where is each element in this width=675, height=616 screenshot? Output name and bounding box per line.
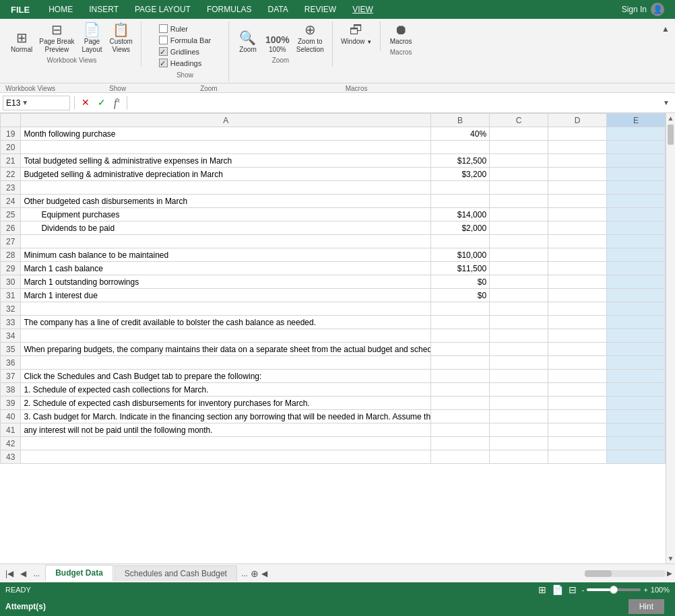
zoom-button[interactable]: 🔍 Zoom (234, 30, 261, 55)
cell-b[interactable]: 40% (431, 127, 490, 141)
cell-d[interactable] (548, 168, 607, 181)
cell-a[interactable]: Month following purchase (21, 127, 431, 141)
cell-b[interactable]: $0 (431, 289, 490, 302)
cell-b[interactable] (431, 450, 490, 464)
sign-in[interactable]: Sign In 👤 (611, 0, 675, 19)
cell-e[interactable] (607, 316, 666, 329)
page-layout-button[interactable]: 📄 Page Layout (79, 22, 106, 55)
cell-b[interactable] (431, 343, 490, 356)
h-scroll-track[interactable] (585, 570, 666, 577)
name-box-dropdown[interactable]: ▼ (22, 99, 28, 106)
cell-c[interactable] (490, 383, 548, 397)
cell-e[interactable] (607, 248, 666, 262)
cell-b[interactable] (431, 329, 490, 343)
cell-b[interactable] (431, 356, 490, 370)
cell-e[interactable] (607, 154, 666, 168)
cell-e[interactable] (607, 302, 666, 316)
row-number[interactable]: 19 (1, 127, 21, 141)
cell-c[interactable] (490, 181, 548, 195)
h-scroll-thumb[interactable] (585, 570, 612, 577)
cell-a[interactable]: Minimum cash balance to be maintained (21, 248, 431, 262)
confirm-formula-icon[interactable]: ✓ (95, 96, 108, 109)
ruler-checkbox-label[interactable]: Ruler (159, 24, 212, 33)
cell-d[interactable] (548, 370, 607, 383)
cell-c[interactable] (490, 423, 548, 437)
tab-add[interactable]: ⊕ (251, 568, 259, 579)
row-number[interactable]: 29 (1, 262, 21, 275)
tab-more[interactable]: ... (30, 568, 42, 580)
cell-c[interactable] (490, 316, 548, 329)
ruler-checkbox[interactable] (159, 24, 168, 33)
row-number[interactable]: 20 (1, 141, 21, 154)
row-number[interactable]: 24 (1, 195, 21, 208)
cell-c[interactable] (490, 208, 548, 221)
cell-d[interactable] (548, 437, 607, 450)
cell-a[interactable] (21, 302, 431, 316)
cell-e[interactable] (607, 262, 666, 275)
row-number[interactable]: 38 (1, 383, 21, 397)
cell-a[interactable]: 2. Schedule of expected cash disbursemen… (21, 397, 431, 410)
menu-formulas[interactable]: FORMULAS (199, 0, 260, 19)
zoom-control[interactable]: - + 100% (582, 586, 670, 594)
row-number[interactable]: 28 (1, 248, 21, 262)
custom-views-button[interactable]: 📋 Custom Views (107, 22, 135, 55)
menu-page-layout[interactable]: PAGE LAYOUT (127, 0, 199, 19)
cell-d[interactable] (548, 410, 607, 423)
cell-c[interactable] (490, 370, 548, 383)
insert-function-icon[interactable]: fx (111, 95, 123, 110)
cell-e[interactable] (607, 181, 666, 195)
cell-e[interactable] (607, 450, 666, 464)
cell-d[interactable] (548, 248, 607, 262)
cell-a[interactable]: March 1 interest due (21, 289, 431, 302)
row-number[interactable]: 37 (1, 370, 21, 383)
formula-expand-icon[interactable]: ▼ (663, 99, 670, 106)
cell-d[interactable] (548, 181, 607, 195)
scroll-down-arrow[interactable]: ▼ (666, 553, 675, 563)
cell-d[interactable] (548, 208, 607, 221)
menu-view[interactable]: VIEW (344, 0, 381, 19)
cell-d[interactable] (548, 221, 607, 235)
cell-e[interactable] (607, 221, 666, 235)
cell-b[interactable]: $3,200 (431, 168, 490, 181)
row-number[interactable]: 26 (1, 221, 21, 235)
cell-b[interactable] (431, 383, 490, 397)
menu-insert[interactable]: INSERT (81, 0, 127, 19)
cell-d[interactable] (548, 262, 607, 275)
cell-a[interactable]: 1. Schedule of expected cash collections… (21, 383, 431, 397)
cell-c[interactable] (490, 450, 548, 464)
row-number[interactable]: 21 (1, 154, 21, 168)
cancel-formula-icon[interactable]: ✕ (79, 96, 92, 109)
cell-c[interactable] (490, 262, 548, 275)
cell-b[interactable]: $11,500 (431, 262, 490, 275)
col-header-a[interactable]: A (21, 114, 431, 127)
macros-button[interactable]: ⏺ Macros (387, 22, 415, 47)
scroll-thumb[interactable] (668, 125, 674, 145)
cell-a[interactable]: any interest will not be paid until the … (21, 423, 431, 437)
name-box[interactable]: E13 ▼ (3, 96, 70, 110)
cell-a[interactable]: March 1 outstanding borrowings (21, 275, 431, 289)
cell-e[interactable] (607, 370, 666, 383)
cell-d[interactable] (548, 275, 607, 289)
tab-first-arrow[interactable]: |◀ (3, 568, 16, 580)
page-break-preview-button[interactable]: ⊟ Page Break Preview (36, 22, 77, 55)
cell-c[interactable] (490, 343, 548, 356)
cell-d[interactable] (548, 127, 607, 141)
scroll-track[interactable] (666, 123, 675, 553)
cell-b[interactable]: $2,000 (431, 221, 490, 235)
cell-c[interactable] (490, 168, 548, 181)
row-number[interactable]: 40 (1, 410, 21, 423)
col-header-b[interactable]: B (431, 114, 490, 127)
cell-b[interactable] (431, 181, 490, 195)
cell-a[interactable] (21, 181, 431, 195)
cell-d[interactable] (548, 302, 607, 316)
cell-b[interactable] (431, 370, 490, 383)
cell-e[interactable] (607, 343, 666, 356)
cell-d[interactable] (548, 397, 607, 410)
cell-b[interactable] (431, 195, 490, 208)
cell-a[interactable]: When preparing budgets, the company main… (21, 343, 431, 356)
vertical-scrollbar[interactable]: ▲ ▼ (666, 113, 675, 563)
cell-c[interactable] (490, 289, 548, 302)
cell-b[interactable]: $14,000 (431, 208, 490, 221)
cell-a[interactable]: March 1 cash balance (21, 262, 431, 275)
tab-budget-data[interactable]: Budget Data (45, 565, 113, 582)
